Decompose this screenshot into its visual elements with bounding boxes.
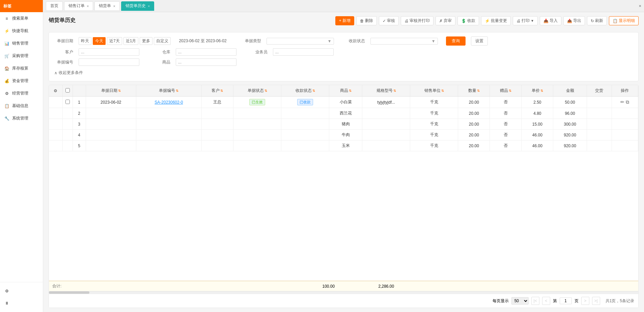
page-content: 销货单历史 + 新增 🗑 删除 ✓ 审核 🖨 审核并打印 ✗ 弃审: [43, 12, 644, 312]
tab-sales-history[interactable]: 销货单历史 ×: [121, 1, 154, 11]
scrollbar-thumb[interactable]: [49, 291, 89, 294]
th-unit-price-label: 单价: [532, 88, 540, 93]
query-button[interactable]: 查询: [446, 36, 466, 46]
sort-spec-icon: ⇅: [393, 89, 396, 93]
td-doc-status: [233, 119, 281, 130]
edit-icon[interactable]: ✏: [620, 99, 624, 105]
sidebar-item-search-menu[interactable]: ≡ 搜索菜单: [0, 12, 43, 25]
sidebar-item-inventory[interactable]: 🏠 库存核算: [0, 62, 43, 75]
td-doc-no[interactable]: [136, 130, 201, 140]
th-quantity[interactable]: 数量⇅: [458, 85, 490, 97]
horizontal-scrollbar[interactable]: [49, 291, 638, 294]
th-spec[interactable]: 规格型号⇅: [362, 85, 410, 97]
doc-type-select[interactable]: ▼: [267, 38, 334, 45]
sidebar-item-operations-mgmt[interactable]: ⚙ 经营管理: [0, 87, 43, 100]
delete-button[interactable]: 🗑 删除: [356, 16, 377, 25]
print-button[interactable]: 🖨 打印 ▼: [513, 16, 538, 25]
td-quantity: 20.00: [458, 119, 490, 130]
print-icon: 🖨: [516, 19, 521, 23]
sidebar-item-sales-mgmt[interactable]: 📊 销售管理: [0, 37, 43, 50]
settings-filter-button[interactable]: 设置: [471, 36, 488, 46]
td-sales-unit: 千克: [410, 140, 458, 151]
customer-input[interactable]: [79, 48, 139, 56]
td-goods: 小白菜: [329, 97, 362, 108]
sort-customer-icon: ⇅: [220, 89, 223, 93]
th-checkbox[interactable]: [62, 85, 73, 97]
date-btn-today[interactable]: 今天: [93, 37, 106, 45]
td-goods: 牛肉: [329, 130, 362, 140]
goods-input[interactable]: [176, 58, 236, 66]
th-unit-price[interactable]: 单价⇅: [522, 85, 553, 97]
batch-change-button[interactable]: ⚡ 批量变更: [481, 16, 511, 25]
th-sales-unit[interactable]: 销售单位⇅: [410, 85, 458, 97]
date-btn-more[interactable]: 更多: [140, 37, 152, 45]
sidebar-item-basic-info[interactable]: 📋 基础信息: [0, 100, 43, 112]
th-customer[interactable]: 客户⇅: [201, 85, 233, 97]
tab-sales-order-close[interactable]: ×: [87, 4, 89, 8]
sidebar-bottom-item2[interactable]: ⏸: [0, 297, 43, 309]
tab-sales-delivery-close[interactable]: ×: [113, 4, 115, 8]
sidebar-item-system-mgmt[interactable]: 🔧 系统管理: [0, 112, 43, 125]
td-doc-no[interactable]: [136, 140, 201, 151]
td-collect-status: [281, 140, 329, 151]
next-page-btn[interactable]: >: [581, 297, 589, 305]
th-collect-status[interactable]: 收款状态⇅: [281, 85, 329, 97]
collapse-filter-btn[interactable]: ∧ 收起更多条件: [54, 69, 633, 77]
th-doc-no[interactable]: 单据编号⇅: [136, 85, 201, 97]
page-input[interactable]: [560, 297, 572, 304]
th-doc-status[interactable]: 单据状态⇅: [233, 85, 281, 97]
tabs-close-all[interactable]: ×: [639, 3, 641, 8]
abandon-button[interactable]: ✗ 弃审: [436, 16, 455, 25]
sidebar-bottom-item1[interactable]: ⚙: [0, 285, 43, 297]
sidebar-item-purchase-mgmt[interactable]: 🛒 采购管理: [0, 50, 43, 62]
refresh-button[interactable]: ↻ 刷新: [587, 16, 607, 25]
abandon-icon: ✗: [439, 19, 443, 23]
tab-sales-delivery[interactable]: 销货单 ×: [94, 1, 119, 11]
tab-home[interactable]: 首页: [46, 1, 63, 11]
doc-no-input[interactable]: [79, 58, 139, 66]
sidebar-item-quick-nav[interactable]: ⚡ 快捷导航: [0, 25, 43, 37]
td-doc-no[interactable]: SA-20230602-0: [136, 97, 201, 108]
date-btn-7days[interactable]: 近7天: [107, 37, 122, 45]
show-detail-button[interactable]: 📋 显示明细: [609, 16, 639, 25]
salesman-input[interactable]: [273, 48, 334, 56]
export-button[interactable]: 📤 导出: [563, 16, 585, 25]
date-btn-1month[interactable]: 近1月: [123, 37, 139, 45]
collect-button[interactable]: 💲 收款: [457, 16, 479, 25]
sort-collect-status-icon: ⇅: [312, 89, 315, 93]
prev-page-btn[interactable]: <: [542, 297, 550, 305]
copy-icon[interactable]: ⧉: [626, 99, 629, 105]
batch-change-icon: ⚡: [485, 19, 490, 23]
td-gift: 否: [490, 119, 522, 130]
td-doc-status: [233, 108, 281, 119]
tab-sales-history-close[interactable]: ×: [148, 4, 150, 8]
review-print-button[interactable]: 🖨 审核并打印: [401, 16, 433, 25]
td-doc-no[interactable]: [136, 108, 201, 119]
review-button[interactable]: ✓ 审核: [379, 16, 399, 25]
import-button[interactable]: 📥 导入: [540, 16, 561, 25]
th-doc-date[interactable]: 单据日期⇅: [86, 85, 136, 97]
row-checkbox[interactable]: [65, 100, 70, 104]
collect-status-select[interactable]: ▼: [370, 38, 438, 45]
date-btn-custom[interactable]: 自定义: [154, 37, 171, 45]
date-btn-yesterday[interactable]: 昨天: [79, 37, 91, 45]
last-page-btn[interactable]: >|: [592, 297, 600, 305]
td-collect-status: [281, 108, 329, 119]
first-page-btn[interactable]: |<: [531, 297, 539, 305]
sidebar-item-finance-mgmt[interactable]: 💰 资金管理: [0, 75, 43, 87]
per-page-select[interactable]: 50 100 200: [511, 297, 529, 305]
table-scroll[interactable]: ⚙ 单据日期⇅ 单据编号⇅ 客户⇅ 单据状态⇅ 收款状态⇅ 商品⇅ 规格型号⇅ …: [49, 85, 638, 281]
th-goods[interactable]: 商品⇅: [329, 85, 362, 97]
td-doc-no[interactable]: [136, 119, 201, 130]
warehouse-input[interactable]: [176, 48, 236, 56]
th-settings[interactable]: ⚙: [49, 85, 62, 97]
td-customer: [201, 119, 233, 130]
new-button[interactable]: + 新增: [335, 16, 354, 25]
td-customer: [201, 108, 233, 119]
gear-icon: ⚙: [4, 288, 9, 294]
tab-sales-order[interactable]: 销售订单 ×: [64, 1, 93, 11]
select-all-checkbox[interactable]: [65, 88, 70, 93]
doc-no-link[interactable]: SA-20230602-0: [155, 100, 183, 105]
th-gift[interactable]: 赠品⇅: [490, 85, 522, 97]
td-collect-status: 已收款: [281, 97, 329, 108]
